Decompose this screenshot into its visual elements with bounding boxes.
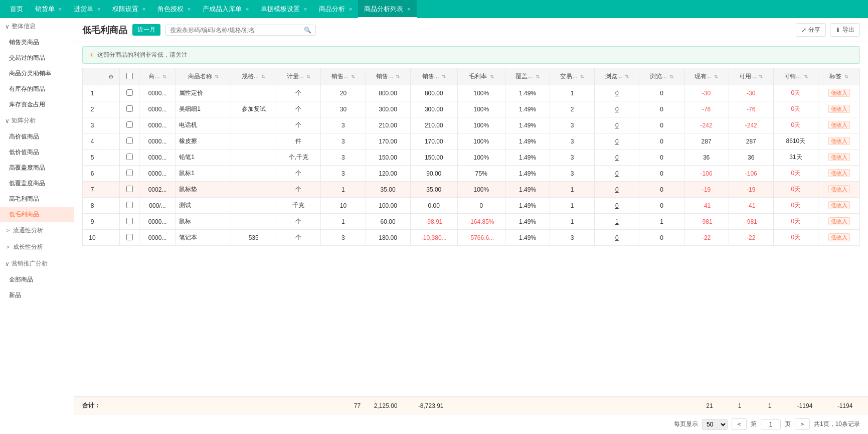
sidebar-group-marketing[interactable]: ∨ 营销推广分析	[0, 255, 74, 272]
col-checkbox[interactable]	[120, 68, 139, 85]
cell-checkbox[interactable]	[120, 101, 139, 117]
browse1-link[interactable]: 0	[615, 138, 619, 145]
sidebar-group-matrix[interactable]: ∨ 矩阵分析	[0, 112, 74, 129]
row-checkbox[interactable]	[126, 105, 133, 112]
col-current[interactable]: 现有... ⇅	[684, 68, 729, 85]
sidebar-item-high-margin[interactable]: 高毛利商品	[0, 191, 74, 207]
row-checkbox[interactable]	[126, 186, 133, 192]
cell-checkbox[interactable]	[120, 117, 139, 133]
cell-checkbox[interactable]	[120, 85, 139, 101]
cell-browse1[interactable]: 0	[595, 150, 639, 166]
cell-browse1[interactable]: 0	[595, 230, 639, 246]
cell-browse1[interactable]: 0	[595, 117, 639, 133]
prev-page-button[interactable]: ＜	[732, 418, 747, 430]
col-sales-amount[interactable]: 销售... ⇅	[410, 68, 457, 85]
cell-browse1[interactable]: 0	[595, 133, 639, 150]
nav-item-roles[interactable]: 角色授权 ×	[151, 0, 197, 18]
cell-checkbox[interactable]	[120, 133, 139, 150]
page-number-input[interactable]	[761, 419, 781, 429]
cell-checkbox[interactable]	[120, 214, 139, 230]
nav-item-products[interactable]: 产成品入库单 ×	[197, 0, 255, 18]
sidebar-item-category-rate[interactable]: 商品分类助销率	[0, 66, 74, 81]
col-browse2[interactable]: 浏览... ⇅	[639, 68, 684, 85]
sidebar-item-sales-products[interactable]: 销售类商品	[0, 35, 74, 50]
share-button[interactable]: ⤢ 分享	[796, 23, 826, 37]
col-saleable[interactable]: 可销... ⇅	[773, 68, 818, 85]
nav-item-permissions[interactable]: 权限设置 ×	[106, 0, 151, 18]
col-tag[interactable]: 标签 ⇅	[818, 68, 860, 85]
nav-item-sales[interactable]: 销货单 ×	[29, 0, 68, 18]
browse1-link[interactable]: 0	[615, 90, 619, 97]
row-checkbox[interactable]	[126, 234, 133, 240]
close-sales-icon[interactable]: ×	[59, 6, 62, 12]
row-checkbox[interactable]	[126, 170, 133, 176]
close-purchase-icon[interactable]: ×	[97, 6, 100, 12]
close-template-icon[interactable]: ×	[304, 6, 307, 12]
cell-checkbox[interactable]	[120, 230, 139, 246]
row-checkbox[interactable]	[126, 218, 133, 224]
col-gross-margin[interactable]: 毛利率 ⇅	[457, 68, 505, 85]
row-checkbox[interactable]	[126, 137, 133, 144]
page-size-select[interactable]: 50 20 100	[702, 419, 728, 430]
close-analysis-list-icon[interactable]: ×	[407, 6, 410, 12]
col-coverage[interactable]: 覆盖... ⇅	[505, 68, 550, 85]
browse1-link[interactable]: 0	[615, 186, 619, 193]
cell-browse1[interactable]: 0	[595, 101, 639, 117]
sidebar-group-circulation[interactable]: ＞ 流通性分析	[0, 222, 74, 239]
close-permissions-icon[interactable]: ×	[142, 6, 145, 12]
sidebar-item-traded[interactable]: 交易过的商品	[0, 50, 74, 66]
sidebar-item-low-margin[interactable]: 低毛利商品	[0, 207, 74, 222]
sidebar-item-low-value[interactable]: 低价值商品	[0, 144, 74, 160]
col-available[interactable]: 可用... ⇅	[729, 68, 773, 85]
sidebar-item-in-stock[interactable]: 有库存的商品	[0, 81, 74, 97]
cell-checkbox[interactable]	[120, 150, 139, 166]
search-icon[interactable]: 🔍	[304, 27, 311, 34]
date-filter-button[interactable]: 近一月	[132, 24, 160, 36]
col-spec[interactable]: 规格... ⇅	[231, 68, 276, 85]
select-all-checkbox[interactable]	[126, 73, 133, 79]
nav-item-purchase[interactable]: 进货单 ×	[68, 0, 106, 18]
col-name[interactable]: 商品名称 ⇅	[176, 68, 231, 85]
browse1-link[interactable]: 0	[615, 234, 619, 241]
browse1-link[interactable]: 0	[615, 122, 619, 129]
browse1-link[interactable]: 0	[615, 154, 619, 161]
cell-checkbox[interactable]	[120, 198, 139, 214]
browse1-link[interactable]: 0	[615, 106, 619, 113]
sidebar-item-all-products[interactable]: 全部商品	[0, 272, 74, 287]
nav-item-analysis[interactable]: 商品分析 ×	[313, 0, 358, 18]
row-checkbox[interactable]	[126, 154, 133, 160]
sidebar-item-new-products[interactable]: 新品	[0, 287, 74, 303]
browse1-link[interactable]: 0	[615, 202, 619, 209]
cell-checkbox[interactable]	[120, 166, 139, 182]
cell-browse1[interactable]: 0	[595, 198, 639, 214]
sidebar-group-overall[interactable]: ∨ 整体信息	[0, 18, 74, 35]
col-unit[interactable]: 计量... ⇅	[276, 68, 321, 85]
cell-browse1[interactable]: 0	[595, 85, 639, 101]
col-code[interactable]: 商... ⇅	[139, 68, 176, 85]
row-checkbox[interactable]	[126, 121, 133, 128]
col-sales-price[interactable]: 销售... ⇅	[366, 68, 410, 85]
col-browse1[interactable]: 浏览... ⇅	[595, 68, 639, 85]
sidebar-item-capital[interactable]: 库存资金占用	[0, 97, 74, 112]
close-analysis-icon[interactable]: ×	[349, 6, 352, 12]
cell-browse1[interactable]: 1	[595, 214, 639, 230]
row-checkbox[interactable]	[126, 89, 133, 96]
sidebar-item-high-value[interactable]: 高价值商品	[0, 129, 74, 144]
sidebar-item-low-coverage[interactable]: 低覆盖度商品	[0, 176, 74, 191]
col-sales-qty[interactable]: 销售... ⇅	[321, 68, 366, 85]
nav-item-template[interactable]: 单据模板设置 ×	[255, 0, 313, 18]
nav-item-home[interactable]: 首页	[4, 0, 29, 18]
col-trade[interactable]: 交易... ⇅	[550, 68, 595, 85]
cell-checkbox[interactable]	[120, 182, 139, 198]
browse1-link[interactable]: 1	[615, 218, 619, 225]
close-roles-icon[interactable]: ×	[188, 6, 191, 12]
sidebar-group-growth[interactable]: ＞ 成长性分析	[0, 239, 74, 255]
cell-browse1[interactable]: 0	[595, 166, 639, 182]
sidebar-item-high-coverage[interactable]: 高覆盖度商品	[0, 160, 74, 176]
nav-item-analysis-list[interactable]: 商品分析列表 ×	[358, 0, 416, 18]
cell-browse1[interactable]: 0	[595, 182, 639, 198]
search-input[interactable]	[170, 27, 304, 34]
export-button[interactable]: ⬇ 导出	[830, 23, 860, 37]
close-products-icon[interactable]: ×	[246, 6, 249, 12]
col-settings[interactable]: ⚙	[102, 68, 119, 85]
